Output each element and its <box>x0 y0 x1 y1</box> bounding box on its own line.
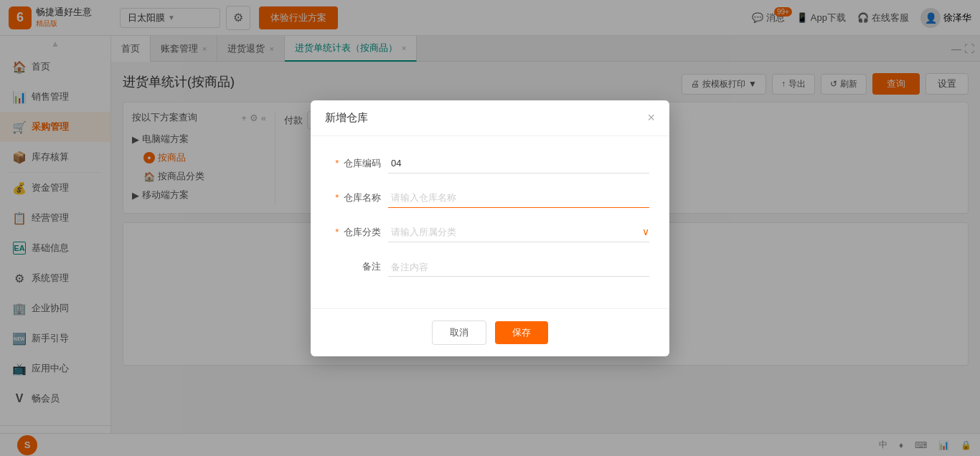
add-warehouse-modal: 新增仓库 × 仓库编码 04 仓库名称 仓库分类 <box>311 100 669 356</box>
modal-title: 新增仓库 <box>325 111 368 125</box>
note-label: 备注 <box>331 260 388 273</box>
category-select-wrapper: ∨ <box>388 222 649 242</box>
modal-footer: 取消 保存 <box>311 308 669 356</box>
category-label: 仓库分类 <box>331 226 388 239</box>
cancel-button[interactable]: 取消 <box>432 320 486 345</box>
note-input[interactable] <box>388 257 649 277</box>
category-input[interactable] <box>388 222 642 242</box>
code-value: 04 <box>388 153 649 174</box>
name-label: 仓库名称 <box>331 191 388 204</box>
code-label: 仓库编码 <box>331 157 388 170</box>
form-row-note: 备注 <box>331 257 649 277</box>
save-button[interactable]: 保存 <box>495 321 548 344</box>
modal-body: 仓库编码 04 仓库名称 仓库分类 ∨ <box>311 136 669 308</box>
form-row-name: 仓库名称 <box>331 188 649 208</box>
warehouse-name-input[interactable] <box>388 188 649 208</box>
category-dropdown-icon[interactable]: ∨ <box>642 226 649 237</box>
form-row-code: 仓库编码 04 <box>331 153 649 174</box>
modal-close-button[interactable]: × <box>647 110 655 125</box>
form-row-category: 仓库分类 ∨ <box>331 222 649 242</box>
modal-overlay: 新增仓库 × 仓库编码 04 仓库名称 仓库分类 <box>0 0 980 456</box>
modal-header: 新增仓库 × <box>311 100 669 136</box>
